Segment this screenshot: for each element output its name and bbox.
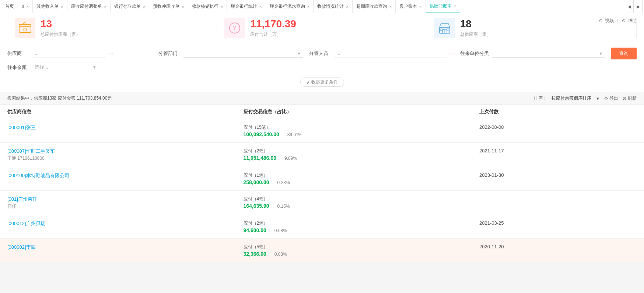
nav-tab-other-income[interactable]: 其他收入单 ×: [33, 0, 67, 13]
tx-label: 应付（15笔）: [244, 124, 480, 131]
filter-dept: 分管部门 ▼: [158, 50, 304, 58]
nav-tab-3-close[interactable]: ×: [27, 4, 29, 9]
table-row: [000100]本特勤油品有限公司 应付（1笔） 258,000.00 0.23…: [0, 167, 644, 191]
tx-amount[interactable]: 94,600.00: [244, 227, 266, 233]
supplier-name-link[interactable]: [000100]本特勤油品有限公司: [7, 172, 244, 179]
dept-filter-select[interactable]: ▼: [183, 50, 304, 58]
collapse-bar: ∧ 收起更多条件: [7, 75, 637, 89]
nav-tab-overdue-ar-close[interactable]: ×: [389, 4, 392, 9]
supplier-name-link[interactable]: [000007]恒旺二手叉车: [7, 148, 244, 155]
summary-bar: 13 总应付供应商（家） ¥ 11,170.39 应付合计（万）: [0, 13, 644, 43]
help-link[interactable]: 帮助: [628, 18, 637, 23]
refresh-button[interactable]: ⊙ 刷新: [623, 95, 637, 101]
table-row: [000012]广州贝瑞 应付（2笔） 94,600.00 0.08% 2021…: [0, 215, 644, 239]
export-icon: ⊙: [604, 96, 608, 101]
person-filter-label: 分管人员: [309, 50, 331, 57]
person-filter-input[interactable]: [334, 49, 447, 58]
supplier-name-link[interactable]: [000012]广州贝瑞: [7, 220, 244, 227]
tx-amount-row: 11,051,486.00 9.89%: [244, 155, 480, 161]
supplier-name-link[interactable]: [001]广州荣轩: [7, 196, 244, 203]
total-supplier-label: 总供应商（家）: [460, 31, 491, 38]
nav-tab-ar-ap-adjust[interactable]: 应收应付调整单 ×: [67, 0, 111, 13]
export-button[interactable]: ⊙ 导出: [604, 95, 618, 101]
nav-tab-other-income-label: 其他收入单: [36, 3, 59, 10]
nav-tab-payment-verify-close[interactable]: ×: [221, 4, 223, 9]
last-pay-date: 2023-01-30: [479, 172, 504, 178]
nav-tab-ar-ap-adjust-close[interactable]: ×: [104, 4, 106, 9]
nav-next-button[interactable]: ▶: [634, 0, 643, 13]
sort-value[interactable]: 按应付余额倒序排序: [552, 95, 591, 101]
nav-tab-cash-bank-stat[interactable]: 现金银行统计 ×: [227, 0, 266, 13]
nav-tab-collection-stat[interactable]: 收款情况统计 ×: [314, 0, 352, 13]
nav-tab-prepay-ar[interactable]: 预收冲应收单 ×: [149, 0, 188, 13]
last-pay-cell: 2020-11-20: [479, 244, 637, 249]
header-last-pay: 上次付数: [479, 108, 637, 115]
nav-tab-home-label: 首页: [5, 3, 14, 10]
nav-tab-cash-bank-stat-close[interactable]: ×: [259, 4, 262, 9]
person-dots-icon[interactable]: ···: [450, 51, 454, 56]
tx-percent: 0.03%: [274, 252, 287, 257]
nav-tab-customer-ledger-close[interactable]: ×: [419, 4, 421, 9]
nav-tab-home[interactable]: 首页: [1, 0, 18, 13]
collapse-button[interactable]: ∧ 收起更多条件: [300, 77, 344, 87]
sort-arrow-icon[interactable]: ▼: [596, 96, 600, 101]
query-button[interactable]: 查询: [611, 48, 637, 59]
nav-tab-cash-bank-flow-close[interactable]: ×: [307, 4, 309, 9]
table-row: [000002]李四 应付（5笔） 32,366.00 0.03% 2020-1…: [0, 239, 644, 262]
nav-tab-bank-deposit[interactable]: 银行存取款单 ×: [111, 0, 149, 13]
tx-info-cell: 应付（4笔） 164,635.90 0.15%: [244, 196, 480, 209]
supplier-info-cell: [000007]恒旺二手叉车 王通 17106110000: [7, 148, 244, 162]
svg-point-1: [24, 28, 27, 31]
nav-tab-3[interactable]: 3 ×: [18, 0, 33, 13]
tx-info-cell: 应付（1笔） 258,000.00 0.23%: [244, 172, 480, 185]
tx-amount[interactable]: 164,635.90: [244, 203, 269, 209]
table-row: [000001]张三 应付（15笔） 100,092,540.00 89.61%…: [0, 119, 644, 143]
video-icon: ⊙: [599, 18, 603, 23]
table-row: [001]广州荣轩 仔仔 应付（4笔） 164,635.90 0.15%: [0, 191, 644, 215]
tx-percent: 89.61%: [287, 132, 302, 137]
tx-amount[interactable]: 32,366.00: [244, 251, 266, 257]
card-content-amount: 11,170.39 应付合计（万）: [250, 18, 296, 38]
category-filter-select[interactable]: ▼: [492, 50, 605, 58]
tx-amount[interactable]: 100,092,540.00: [244, 131, 279, 137]
nav-tab-bank-deposit-close[interactable]: ×: [143, 4, 145, 9]
tx-amount[interactable]: 258,000.00: [244, 179, 269, 185]
summary-card-amount: ¥ 11,170.39 应付合计（万）: [217, 18, 427, 38]
nav-tab-cash-bank-flow[interactable]: 现金银行流水查询 ×: [266, 0, 314, 13]
supplier-name-link[interactable]: [000002]李四: [7, 244, 244, 251]
refresh-icon: ⊙: [623, 96, 626, 101]
nav-tab-overdue-ar[interactable]: 超期应收款查询 ×: [353, 0, 396, 13]
supplier-filter-input[interactable]: [32, 49, 106, 58]
nav-tab-supplier-ledger[interactable]: 供应商账本 ×: [426, 0, 460, 13]
data-table: 供应商信息 应付交易信息（占比） 上次付数 [000001]张三 应付（15笔）…: [0, 105, 644, 262]
supplier-info-cell: [001]广州荣轩 仔仔: [7, 196, 244, 210]
header-tx-info: 应付交易信息（占比）: [244, 108, 480, 115]
balance-arrow-icon: ▼: [92, 65, 97, 69]
top-links: ⊙ 视频 | ⊙ 帮助: [599, 18, 637, 24]
nav-tab-supplier-ledger-close[interactable]: ×: [454, 4, 456, 8]
supplier-name-link[interactable]: [000001]张三: [7, 124, 244, 131]
amount-label: 应付合计（万）: [250, 31, 296, 38]
last-pay-date: 2021-03-25: [479, 220, 504, 226]
supplier-dots-icon[interactable]: ···: [109, 51, 113, 56]
nav-arrows: ◀ ▶: [625, 0, 643, 13]
nav-prev-button[interactable]: ◀: [625, 0, 634, 13]
nav-tab-payment-verify[interactable]: 收款核销执行 ×: [188, 0, 227, 13]
nav-tab-collection-stat-close[interactable]: ×: [346, 4, 348, 9]
balance-filter-select[interactable]: 选择... ▼: [32, 62, 99, 72]
tx-amount[interactable]: 11,051,486.00: [244, 155, 277, 161]
nav-tab-customer-ledger[interactable]: 客户账本 ×: [396, 0, 426, 13]
card-content-suppliers: 13 总应付供应商（家）: [41, 18, 80, 38]
supplier-count-label: 总应付供应商（家）: [41, 31, 80, 38]
last-pay-cell: 2021-11-17: [479, 148, 637, 154]
table-row: [000007]恒旺二手叉车 王通 17106110000 应付（2笔） 11,…: [0, 143, 644, 167]
supplier-filter-label: 供应商: [7, 50, 29, 57]
nav-tab-payment-verify-label: 收款核销执行: [192, 3, 218, 10]
filter-category: 往来单位分类 ▼: [460, 50, 605, 58]
result-actions: 排序： 按应付余额倒序排序 ▼ ⊙ 导出 ⊙ 刷新: [534, 95, 637, 101]
amount-number: 11,170.39: [250, 18, 296, 30]
video-link[interactable]: 视频: [605, 18, 614, 23]
nav-tab-other-income-close[interactable]: ×: [61, 4, 63, 9]
nav-tab-prepay-ar-close[interactable]: ×: [182, 4, 184, 9]
sort-label: 排序：: [534, 95, 547, 101]
